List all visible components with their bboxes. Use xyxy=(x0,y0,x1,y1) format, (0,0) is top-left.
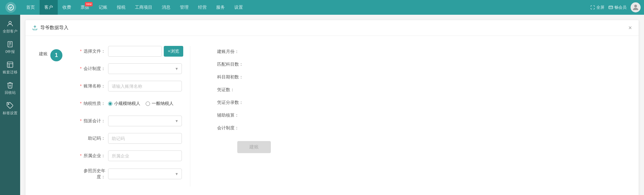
accounting-system-select-wrapper: ▼ xyxy=(108,63,182,74)
member-button[interactable]: 畅会员 xyxy=(608,5,627,10)
subject-initial-label: 科目期初数： xyxy=(217,74,251,80)
nav-item-messages[interactable]: 消息 xyxy=(157,0,175,15)
new-badge: new xyxy=(85,2,93,6)
company-label: * 所属企业： xyxy=(78,153,108,159)
accounting-system-label: * 会计制度： xyxy=(78,66,108,72)
accountant-row: * 指派会计： ▼ xyxy=(78,116,183,126)
sidebar-item-tag-settings[interactable]: 标签设置 xyxy=(1,99,19,118)
subject-initial-row: 科目期初数： xyxy=(217,74,625,80)
nav-item-settings[interactable]: 设置 xyxy=(230,0,248,15)
browse-button[interactable]: +浏览 xyxy=(164,46,183,57)
sidebar-item-account-migration[interactable]: 账套迁移 xyxy=(1,58,19,77)
ledger-name-label: * 账簿名称： xyxy=(78,83,108,89)
nav-item-services[interactable]: 服务 xyxy=(211,0,230,15)
nav-right: 全屏 畅会员 xyxy=(590,2,641,12)
ledger-name-input[interactable] xyxy=(108,81,182,91)
build-account-button[interactable]: 建账 xyxy=(237,141,271,153)
top-navigation: 首页 客户 收费 票据 new 记账 报税 工商项目 消息 管理 经营 xyxy=(0,0,644,15)
file-input-group: +浏览 xyxy=(108,46,183,57)
voucher-count-row: 凭证数： xyxy=(217,87,625,93)
nav-item-operations[interactable]: 经营 xyxy=(193,0,211,15)
svg-point-0 xyxy=(8,5,14,10)
memo-input[interactable] xyxy=(108,133,182,144)
accountant-label: * 指派会计： xyxy=(78,118,108,124)
auxiliary-row: 辅助核算： xyxy=(217,112,625,118)
accounting-system-info-row: 会计制度： xyxy=(217,125,625,131)
fullscreen-button[interactable]: 全屏 xyxy=(590,5,604,10)
match-subjects-label: 匹配科目数： xyxy=(217,61,251,67)
svg-point-6 xyxy=(8,104,9,105)
svg-point-2 xyxy=(634,5,637,7)
accountant-select-wrapper: ▼ xyxy=(108,116,182,126)
tax-type-radio-group: 小规模纳税人 一般纳税人 xyxy=(108,98,174,109)
panel-body: 建账 1 * 选择文件： xyxy=(26,36,639,195)
voucher-records-label: 凭证分录数： xyxy=(217,100,251,106)
auxiliary-label: 辅助核算： xyxy=(217,112,251,118)
info-section: 建账月份： 匹配科目数： 科目期初数： 凭证数： xyxy=(197,46,625,187)
build-account-section: 建账 xyxy=(217,138,625,153)
sidebar-item-declaration[interactable]: 0申报 xyxy=(1,38,19,57)
nav-item-fees[interactable]: 收费 xyxy=(58,0,76,15)
ledger-name-row: * 账簿名称： xyxy=(78,81,183,91)
import-panel: 导爷数据导入 × 建账 1 xyxy=(26,20,639,195)
panel-header: 导爷数据导入 × xyxy=(26,20,639,36)
app-logo xyxy=(3,0,18,15)
memo-row: 助记码： xyxy=(78,133,183,144)
svg-rect-5 xyxy=(7,62,13,68)
svg-rect-4 xyxy=(8,42,12,47)
sidebar-item-all-clients[interactable]: 全部客户 xyxy=(1,17,19,37)
voucher-count-label: 凭证数： xyxy=(217,87,251,93)
nav-item-business[interactable]: 工商项目 xyxy=(130,0,157,15)
nav-item-manage[interactable]: 管理 xyxy=(175,0,193,15)
tax-type-label: * 纳税性质： xyxy=(78,101,108,107)
main-content: 导爷数据导入 × 建账 1 xyxy=(20,15,644,195)
step-circle-1: 1 xyxy=(50,49,62,61)
file-path-input[interactable] xyxy=(108,46,162,57)
svg-rect-1 xyxy=(609,6,613,9)
panel-close-button[interactable]: × xyxy=(628,25,632,31)
accountant-select[interactable] xyxy=(108,116,182,126)
history-year-select-wrapper: ▼ xyxy=(108,169,182,179)
section-divider xyxy=(190,46,190,187)
build-month-label: 建账月份： xyxy=(217,49,251,55)
build-month-row: 建账月份： xyxy=(217,49,625,55)
nav-item-home[interactable]: 首页 xyxy=(21,0,40,15)
company-input[interactable] xyxy=(108,150,182,161)
svg-point-3 xyxy=(9,21,11,24)
step-form-group: 建账 1 * 选择文件： xyxy=(39,46,183,187)
logo-icon xyxy=(5,2,16,13)
match-subjects-row: 匹配科目数： xyxy=(217,61,625,67)
company-row: * 所属企业： xyxy=(78,150,183,161)
sidebar: 全部客户 0申报 账套迁移 回收站 xyxy=(0,15,20,195)
nav-item-invoices[interactable]: 票据 new xyxy=(76,0,94,15)
nav-item-clients[interactable]: 客户 xyxy=(40,0,58,15)
file-label: * 选择文件： xyxy=(78,48,108,54)
accounting-system-select[interactable] xyxy=(108,63,182,74)
sidebar-item-recycle[interactable]: 回收站 xyxy=(1,79,19,98)
memo-label: 助记码： xyxy=(78,135,108,141)
nav-item-bookkeeping[interactable]: 记账 xyxy=(94,0,112,15)
app-body: 全部客户 0申报 账套迁移 回收站 xyxy=(0,15,644,195)
step-section: 建账 1 xyxy=(39,46,62,61)
accounting-system-row: * 会计制度： ▼ xyxy=(78,63,183,74)
file-select-row: * 选择文件： +浏览 xyxy=(78,46,183,57)
radio-general-taxpayer[interactable]: 一般纳税人 xyxy=(146,101,174,107)
user-avatar[interactable] xyxy=(631,2,641,12)
panel-title: 导爷数据导入 xyxy=(32,25,68,31)
form-section: * 选择文件： +浏览 * 会计制度： xyxy=(78,46,183,187)
history-year-label: 参照历史年度： xyxy=(78,168,108,180)
history-year-select[interactable] xyxy=(108,169,182,179)
voucher-records-row: 凭证分录数： xyxy=(217,100,625,106)
tax-type-row: * 纳税性质： 小规模纳税人 一般纳税人 xyxy=(78,98,183,109)
radio-small-taxpayer[interactable]: 小规模纳税人 xyxy=(108,101,140,107)
accounting-system-info-label: 会计制度： xyxy=(217,125,251,131)
nav-item-tax[interactable]: 报税 xyxy=(112,0,130,15)
nav-items: 首页 客户 收费 票据 new 记账 报税 工商项目 消息 管理 经营 xyxy=(21,0,590,15)
import-icon xyxy=(32,25,38,30)
history-year-row: 参照历史年度： ▼ xyxy=(78,168,183,180)
